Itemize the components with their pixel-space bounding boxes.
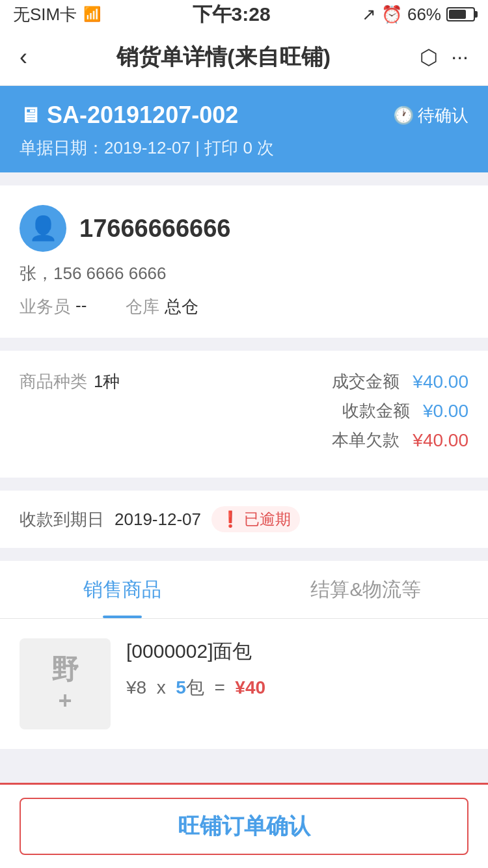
status-badge: 🕐 待确认 [393, 104, 468, 127]
page-title: 销货单详情(来自旺铺) [116, 42, 331, 72]
status-clock-icon: 🕐 [393, 105, 414, 126]
confirm-bar: 旺铺订单确认 [0, 783, 488, 868]
warehouse-label: 仓库 [126, 295, 159, 318]
overdue-badge: ❗ 已逾期 [211, 506, 300, 532]
tab-settlement-label: 结算&物流等 [310, 576, 421, 603]
product-name-text: 面包 [213, 640, 252, 662]
warehouse-item: 仓库 总仓 [126, 295, 198, 318]
transaction-amount-row: 成交金额 ¥40.00 [332, 370, 468, 393]
print-unit: 次 [257, 138, 274, 157]
status-text: 待确认 [418, 104, 468, 127]
total-price: ¥40 [235, 677, 265, 698]
overdue-icon: ❗ [221, 510, 240, 528]
share-icon[interactable]: ⬡ [420, 45, 438, 70]
customer-top: 👤 17666666666 [20, 205, 468, 252]
quantity: 5 [176, 677, 186, 698]
order-meta: 单据日期：2019-12-07 | 打印 0 次 [20, 137, 468, 159]
nav-bar: ‹ 销货单详情(来自旺铺) ⬡ ··· [0, 29, 488, 86]
due-date-label: 收款到期日 [20, 508, 104, 531]
unit: 包 [186, 677, 204, 698]
received-value: ¥0.00 [423, 401, 468, 422]
date-label: 单据日期： [20, 138, 104, 157]
order-id-text: SA-20191207-002 [47, 102, 238, 129]
owed-value: ¥40.00 [413, 430, 468, 451]
location-icon: ↗ [362, 5, 376, 25]
header-top: 🖥 SA-20191207-002 🕐 待确认 [20, 102, 468, 129]
warehouse-value: 总仓 [165, 295, 198, 318]
due-date-value: 2019-12-07 [115, 509, 201, 530]
status-bar: 无SIM卡 📶 下午3:28 ↗ ⏰ 66% [0, 0, 488, 29]
transaction-label: 成交金额 [332, 370, 400, 393]
thumb-logo-line2: + [51, 686, 79, 714]
equals-sign: = [214, 677, 224, 698]
order-id: 🖥 SA-20191207-002 [20, 102, 238, 129]
product-type-label: 商品种类 [20, 370, 87, 393]
status-left: 无SIM卡 📶 [13, 3, 101, 26]
transaction-value: ¥40.00 [413, 372, 468, 392]
owed-label: 本单欠款 [332, 429, 400, 452]
nav-right-actions: ⬡ ··· [420, 45, 468, 70]
salesman-item: 业务员 -- [20, 295, 87, 318]
status-right: ↗ ⏰ 66% [362, 5, 475, 25]
received-label: 收款金额 [342, 400, 410, 422]
customer-phone: 17666666666 [79, 215, 230, 243]
product-info: [0000002]面包 ¥8 x 5包 = ¥40 [126, 638, 468, 700]
product-section: 野 + [0000002]面包 ¥8 x 5包 = ¥40 [0, 619, 488, 749]
thumb-logo-line1: 野 [51, 653, 79, 686]
customer-card: 👤 17666666666 张，156 6666 6666 业务员 -- 仓库 … [0, 185, 488, 338]
tab-settlement[interactable]: 结算&物流等 [244, 561, 488, 618]
tabs: 销售商品 结算&物流等 [0, 561, 488, 618]
multiply-sign: x [157, 677, 166, 698]
amounts-card: 商品种类 1种 成交金额 ¥40.00 收款金额 ¥0.00 本单欠款 ¥40.… [0, 351, 488, 478]
battery-percentage: 66% [407, 5, 441, 25]
back-button[interactable]: ‹ [20, 44, 27, 71]
salesman-value: -- [75, 295, 87, 318]
product-price: ¥8 x 5包 = ¥40 [126, 675, 468, 700]
tab-sales-label: 销售商品 [83, 576, 161, 603]
product-type: 商品种类 1种 [20, 370, 120, 393]
product-code: [0000002] [126, 640, 213, 662]
avatar-icon: 👤 [29, 215, 58, 242]
battery-icon [446, 7, 475, 21]
tabs-container: 销售商品 结算&物流等 [0, 561, 488, 619]
status-time: 下午3:28 [193, 1, 271, 28]
separator: | [195, 138, 200, 157]
alarm-icon: ⏰ [381, 5, 402, 25]
received-amount-row: 收款金额 ¥0.00 [332, 400, 468, 422]
product-item: 野 + [0000002]面包 ¥8 x 5包 = ¥40 [20, 638, 468, 729]
avatar: 👤 [20, 205, 66, 252]
customer-detail: 业务员 -- 仓库 总仓 [20, 295, 468, 318]
amounts-right: 成交金额 ¥40.00 收款金额 ¥0.00 本单欠款 ¥40.00 [332, 370, 468, 458]
order-icon: 🖥 [20, 103, 40, 128]
overdue-text: 已逾期 [244, 509, 291, 530]
product-name: [0000002]面包 [126, 638, 468, 665]
product-type-value: 1种 [94, 370, 120, 393]
print-count: 0 [243, 138, 252, 157]
wifi-icon: 📶 [83, 6, 101, 23]
header-card: 🖥 SA-20191207-002 🕐 待确认 单据日期：2019-12-07 … [0, 86, 488, 172]
salesman-label: 业务员 [20, 295, 70, 318]
customer-info: 张，156 6666 6666 [20, 262, 468, 285]
date-value: 2019-12-07 [104, 138, 191, 157]
due-date-card: 收款到期日 2019-12-07 ❗ 已逾期 [0, 491, 488, 548]
amounts-top: 商品种类 1种 成交金额 ¥40.00 收款金额 ¥0.00 本单欠款 ¥40.… [20, 370, 468, 458]
confirm-button[interactable]: 旺铺订单确认 [20, 798, 468, 855]
print-label: 打印 [204, 138, 238, 157]
unit-price: ¥8 [126, 677, 146, 698]
tab-sales-products[interactable]: 销售商品 [0, 561, 244, 618]
product-thumbnail: 野 + [20, 638, 111, 729]
owed-amount-row: 本单欠款 ¥40.00 [332, 429, 468, 452]
more-icon[interactable]: ··· [451, 45, 468, 69]
carrier-text: 无SIM卡 [13, 3, 77, 26]
